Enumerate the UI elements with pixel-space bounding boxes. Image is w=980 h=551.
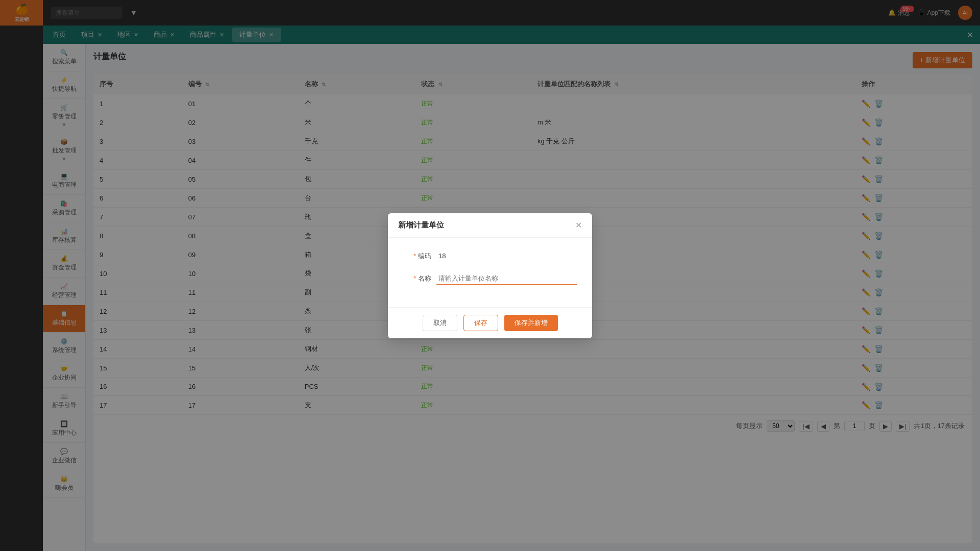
save-and-new-button[interactable]: 保存并新增 — [504, 315, 558, 331]
code-required-star: * — [413, 252, 416, 260]
modal-overlay: 新增计量单位 ✕ * 编码 * 名称 取消 保存 保存并新增 — [0, 0, 980, 551]
modal-body: * 编码 * 名称 — [388, 238, 592, 307]
save-button[interactable]: 保存 — [463, 315, 498, 331]
name-required-star: * — [413, 274, 416, 282]
code-input[interactable] — [436, 250, 577, 262]
add-unit-modal: 新增计量单位 ✕ * 编码 * 名称 取消 保存 保存并新增 — [388, 213, 592, 338]
code-label: * 编码 — [403, 252, 431, 261]
name-input[interactable] — [436, 272, 577, 285]
modal-title: 新增计量单位 — [398, 220, 444, 230]
name-label: * 名称 — [403, 274, 431, 283]
form-row-code: * 编码 — [403, 250, 577, 262]
modal-footer: 取消 保存 保存并新增 — [388, 307, 592, 338]
modal-header: 新增计量单位 ✕ — [388, 213, 592, 238]
cancel-button[interactable]: 取消 — [423, 315, 457, 331]
form-row-name: * 名称 — [403, 272, 577, 285]
modal-close-btn[interactable]: ✕ — [575, 220, 582, 230]
